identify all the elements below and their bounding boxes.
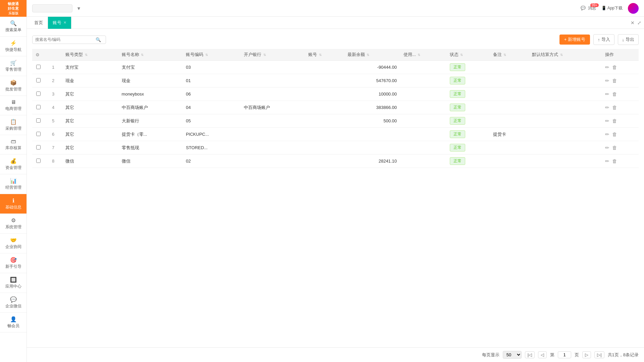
td-checkbox-2[interactable] xyxy=(32,87,44,101)
topbar-search-input[interactable] xyxy=(32,4,72,12)
tab-close-all-button[interactable]: ✕ xyxy=(631,20,635,25)
row-checkbox-0[interactable] xyxy=(36,65,41,69)
td-usage-6 xyxy=(400,141,446,155)
edit-button-5[interactable]: ✏ xyxy=(605,131,609,137)
td-index-6: 7 xyxy=(44,141,62,155)
message-button[interactable]: 💬 99+ 消息 xyxy=(581,5,596,11)
sidebar-item-14[interactable]: 💬企业微信 xyxy=(0,293,26,313)
delete-button-6[interactable]: 🗑 xyxy=(612,145,617,150)
edit-button-2[interactable]: ✏ xyxy=(605,91,609,97)
page-first-button[interactable]: |◁ xyxy=(525,351,535,358)
tab-home[interactable]: 首页 xyxy=(30,17,48,29)
sidebar-item-4[interactable]: 🖥电商管理 xyxy=(0,96,26,115)
tab-account-close[interactable]: ✕ xyxy=(63,20,66,25)
td-index-7: 8 xyxy=(44,155,62,168)
th-account[interactable]: 账号 ⇅ xyxy=(305,49,344,61)
row-checkbox-4[interactable] xyxy=(36,118,41,123)
page-prev-button[interactable]: ◁ xyxy=(538,351,547,358)
sidebar-item-8[interactable]: 📊经营管理 xyxy=(0,174,26,194)
sidebar-icon-12: 🎯 xyxy=(1,257,25,263)
row-checkbox-2[interactable] xyxy=(36,92,41,96)
td-usage-5 xyxy=(400,128,446,141)
page-size-select[interactable]: 50 100 200 xyxy=(503,351,522,359)
th-code[interactable]: 账号编码 ⇅ xyxy=(182,49,240,61)
td-checkbox-1[interactable] xyxy=(32,74,44,87)
page-last-button[interactable]: ▷| xyxy=(594,351,604,358)
td-type-2: 其它 xyxy=(62,87,118,101)
app-download-button[interactable]: 📱 App下载 xyxy=(601,5,623,11)
td-checkbox-0[interactable] xyxy=(32,61,44,74)
delete-button-5[interactable]: 🗑 xyxy=(612,131,617,137)
search-icon[interactable]: 🔍 xyxy=(96,37,101,42)
topbar-left: ▼ xyxy=(32,4,81,12)
row-checkbox-7[interactable] xyxy=(36,159,41,163)
tabbar: 首页 账号 ✕ ✕ ⤢ xyxy=(27,17,644,29)
sidebar-item-7[interactable]: 💰资金管理 xyxy=(0,155,26,174)
edit-button-0[interactable]: ✏ xyxy=(605,64,609,70)
delete-button-4[interactable]: 🗑 xyxy=(612,118,617,124)
edit-button-7[interactable]: ✏ xyxy=(605,158,609,164)
delete-button-7[interactable]: 🗑 xyxy=(612,158,617,164)
page-number-input[interactable] xyxy=(558,351,571,358)
sidebar-item-5[interactable]: 📋采购管理 xyxy=(0,115,26,135)
edit-button-6[interactable]: ✏ xyxy=(605,145,609,151)
row-checkbox-6[interactable] xyxy=(36,145,41,149)
user-avatar[interactable] xyxy=(628,3,639,14)
search-input[interactable] xyxy=(35,37,96,42)
tab-fullscreen-button[interactable]: ⤢ xyxy=(637,20,641,25)
sidebar-item-6[interactable]: 🗃库存核算 xyxy=(0,135,26,155)
search-box: 🔍 xyxy=(32,36,106,44)
td-checkbox-6[interactable] xyxy=(32,141,44,155)
sidebar-item-3[interactable]: 📦批发管理 xyxy=(0,76,26,96)
th-balance[interactable]: 最新余额 ⇅ xyxy=(344,49,400,61)
sidebar-item-12[interactable]: 🎯新手引导 xyxy=(0,253,26,273)
sidebar-item-2[interactable]: 🛒零售管理 xyxy=(0,56,26,76)
sidebar-item-10[interactable]: ⚙系统管理 xyxy=(0,214,26,234)
td-checkbox-3[interactable] xyxy=(32,101,44,114)
edit-button-4[interactable]: ✏ xyxy=(605,118,609,124)
export-button[interactable]: ↓ 导出 xyxy=(618,34,639,45)
th-status[interactable]: 状态 ⇅ xyxy=(446,49,490,61)
edit-button-1[interactable]: ✏ xyxy=(605,78,609,84)
td-account-1 xyxy=(305,74,344,87)
th-bank[interactable]: 开户银行 ⇅ xyxy=(240,49,305,61)
sidebar-item-11[interactable]: 🤝企业协同 xyxy=(0,234,26,253)
td-checkbox-7[interactable] xyxy=(32,155,44,168)
topbar-dropdown-icon[interactable]: ▼ xyxy=(76,6,81,11)
sidebar-item-0[interactable]: 🔍搜索菜单 xyxy=(0,17,26,37)
td-settle-6 xyxy=(529,141,602,155)
th-usage[interactable]: 使用... ⇅ xyxy=(400,49,446,61)
row-checkbox-3[interactable] xyxy=(36,105,41,109)
sidebar-item-9[interactable]: ℹ基础信息 xyxy=(0,194,26,214)
accounts-table: ⚙ 账号类型 ⇅ 账号名称 ⇅ 账号编码 ⇅ 开户银行 ⇅ 账号 ⇅ 最新余额 … xyxy=(32,49,639,168)
action-btns-6: ✏ 🗑 xyxy=(605,145,635,151)
td-type-6: 其它 xyxy=(62,141,118,155)
sidebar-item-15[interactable]: 👤畅会员 xyxy=(0,313,26,333)
td-actions-4: ✏ 🗑 xyxy=(602,114,639,128)
tabbar-actions: ✕ ⤢ xyxy=(631,20,641,25)
sidebar-label-4: 电商管理 xyxy=(1,106,25,112)
page-next-button[interactable]: ▷ xyxy=(582,351,591,358)
column-settings-icon[interactable]: ⚙ xyxy=(36,52,40,57)
sidebar-item-13[interactable]: 🔲应用中心 xyxy=(0,273,26,293)
delete-button-2[interactable]: 🗑 xyxy=(612,91,617,97)
add-account-button[interactable]: + 新增账号 xyxy=(559,35,590,45)
td-status-7: 正常 xyxy=(446,155,490,168)
row-checkbox-1[interactable] xyxy=(36,78,41,82)
td-checkbox-4[interactable] xyxy=(32,114,44,128)
tab-account[interactable]: 账号 ✕ xyxy=(48,17,71,29)
import-button[interactable]: ↑ 导入 xyxy=(593,34,614,45)
th-type[interactable]: 账号类型 ⇅ xyxy=(62,49,118,61)
sidebar-item-1[interactable]: ⚡快捷导航 xyxy=(0,37,26,56)
td-name-3: 中百商场账户 xyxy=(118,101,183,114)
th-note[interactable]: 备注 ⇅ xyxy=(490,49,529,61)
delete-button-3[interactable]: 🗑 xyxy=(612,105,617,110)
td-checkbox-5[interactable] xyxy=(32,128,44,141)
delete-button-1[interactable]: 🗑 xyxy=(612,78,617,83)
th-settle[interactable]: 默认结算方式 ⇅ xyxy=(529,49,602,61)
edit-button-3[interactable]: ✏ xyxy=(605,105,609,111)
th-name[interactable]: 账号名称 ⇅ xyxy=(118,49,183,61)
delete-button-0[interactable]: 🗑 xyxy=(612,64,617,70)
row-checkbox-5[interactable] xyxy=(36,132,41,136)
td-status-0: 正常 xyxy=(446,61,490,74)
